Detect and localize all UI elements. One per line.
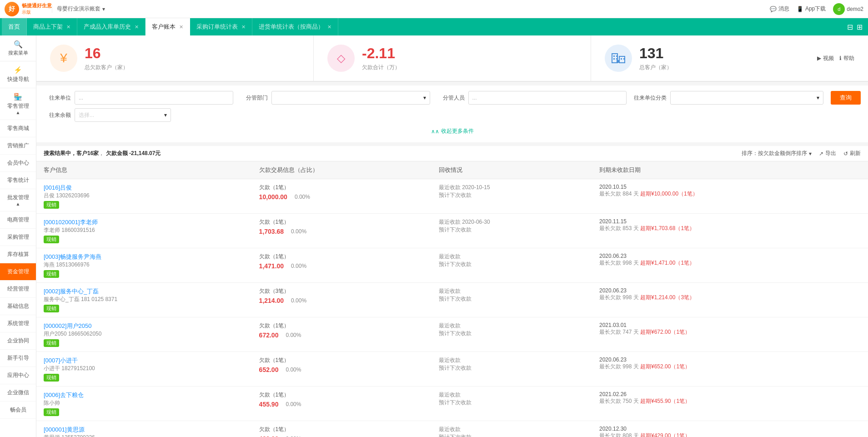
tab-home[interactable]: 首页: [2, 18, 27, 35]
from-unit-input[interactable]: ...: [75, 91, 233, 105]
overdue-link-3[interactable]: 超期¥1,214.00（3笔）: [640, 294, 695, 301]
person-input[interactable]: ...: [468, 91, 627, 105]
stat-info-total-debt: -2.11 欠款合计（万）: [362, 45, 400, 71]
balance-input[interactable]: 选择... ▾: [75, 108, 171, 122]
collapse-icon: ∧∧: [431, 128, 439, 135]
sidebar-item-retail-mall[interactable]: 零售商城: [0, 120, 36, 137]
overdue-link-2[interactable]: 超期¥1,471.00（1笔）: [640, 260, 695, 266]
customer-phone-0: 吕俊 13026203696: [44, 192, 245, 200]
sidebar-item-enterprise-wechat[interactable]: 企业微信: [0, 384, 36, 402]
sidebar-item-purchase[interactable]: 采购管理: [0, 229, 36, 246]
sidebar-item-basic-info[interactable]: 基础信息: [0, 298, 36, 315]
stat-info-debtors: 16 总欠款客户（家）: [85, 45, 128, 71]
sidebar-item-batch-mgmt[interactable]: 批发管理 ▲: [0, 189, 36, 211]
result-info: 搜索结果中，客户16家， 欠款金额 -21,148.07元: [44, 150, 161, 157]
customer-name-1[interactable]: [0001020001]李老师: [44, 219, 98, 226]
recovery-next-5: 预计下次收款: [439, 364, 585, 372]
message-btn[interactable]: 💬 消息: [770, 5, 789, 13]
stat-info-total-customers: 131 总客户（家）: [639, 45, 672, 71]
debt-diamond-icon: ◇: [337, 52, 345, 65]
cell-customer-4: [000002]用户2050 用户2050 18665062050 现销: [36, 317, 252, 352]
query-btn[interactable]: 查询: [831, 91, 861, 105]
tab-home-label: 首页: [8, 23, 20, 31]
sidebar-item-app-center[interactable]: 应用中心: [0, 367, 36, 384]
sort-selector[interactable]: 排序：按欠款金额倒序排序 ▾: [742, 150, 812, 157]
sidebar-item-marketing[interactable]: 营销推广: [0, 137, 36, 155]
customer-name-7[interactable]: [000001]黄思源: [44, 426, 85, 433]
sidebar-item-new-guide[interactable]: 新手引导: [0, 350, 36, 367]
overdue-link-5[interactable]: 超期¥652.00（1笔）: [640, 363, 690, 370]
cell-due-6: 2021.02.26 最长欠款 750 天 超期¥455.90（1笔）: [592, 387, 868, 421]
overdue-link-7[interactable]: 超期¥429.00（1笔）: [640, 432, 690, 437]
cell-due-7: 2020.12.30 最长欠款 808 天 超期¥429.00（1笔）: [592, 421, 868, 437]
app-download-btn[interactable]: 📱 App下载: [797, 5, 826, 13]
customer-name-2[interactable]: [0003]畅捷服务尹海燕: [44, 253, 101, 260]
cell-debt-6: 欠款（1笔） 455.90 0.00%: [252, 387, 431, 421]
overdue-days-1: 最长欠款 853 天 超期¥1,703.68（1笔）: [599, 225, 861, 232]
sidebar-item-enterprise-collab[interactable]: 企业协同: [0, 332, 36, 350]
sidebar-item-inventory[interactable]: 库存核算: [0, 246, 36, 263]
overdue-link-4[interactable]: 超期¥672.00（1笔）: [640, 329, 690, 335]
customer-name-4[interactable]: [000002]用户2050: [44, 322, 92, 329]
store-selector[interactable]: 母婴行业演示账套 ▾: [52, 5, 110, 13]
phone-icon: 📱: [797, 6, 803, 12]
tab-purchase-order-close[interactable]: ✕: [241, 24, 246, 30]
tab-product-shelf[interactable]: 商品上下架 ✕: [27, 18, 77, 35]
sidebar-item-operations[interactable]: 经营管理: [0, 281, 36, 298]
sidebar-search-btn[interactable]: 🔍 搜索菜单: [0, 35, 36, 61]
tab-customer-account-close[interactable]: ✕: [179, 24, 183, 30]
sidebar-item-retail-mgmt[interactable]: 🏪 零售管理 ▲: [0, 88, 36, 120]
cell-customer-2: [0003]畅捷服务尹海燕 海燕 18513066976 现销: [36, 248, 252, 283]
tab-product-history-close[interactable]: ✕: [135, 24, 139, 30]
sidebar-item-retail-stats[interactable]: 零售统计: [0, 172, 36, 189]
tab-inbound-stats-close[interactable]: ✕: [327, 24, 331, 30]
cell-debt-5: 欠款（1笔） 652.00 0.00%: [252, 352, 431, 387]
tab-purchase-order[interactable]: 采购订单统计表 ✕: [190, 18, 252, 35]
unit-category-input[interactable]: ▾: [670, 91, 823, 105]
customer-name-3[interactable]: [0002]服务中心_丁磊: [44, 288, 99, 295]
tab-expand-icon[interactable]: ⊞: [857, 23, 863, 31]
tab-customer-account[interactable]: 客户账本 ✕: [146, 18, 190, 35]
dept-dropdown-icon: ▾: [423, 95, 426, 101]
help-btn[interactable]: ℹ 帮助: [839, 55, 854, 62]
recovery-date-1: 最近收款 2020-06-30: [439, 218, 585, 226]
overdue-link-1[interactable]: 超期¥1,703.68（1笔）: [640, 225, 695, 231]
sidebar-quick-nav[interactable]: ⚡ 快捷导航: [0, 61, 36, 88]
tab-product-shelf-close[interactable]: ✕: [66, 24, 70, 30]
table-row: [0001020001]李老师 李老师 18600391516 现销 欠款（1笔…: [36, 214, 868, 248]
overdue-link-6[interactable]: 超期¥455.90（1笔）: [640, 398, 690, 404]
customer-name-5[interactable]: [0007]小进干: [44, 357, 78, 364]
svg-rect-3: [616, 55, 617, 57]
cell-debt-0: 欠款（1笔） 10,000.00 0.00%: [252, 179, 431, 214]
overdue-days-0: 最长欠款 884 天 超期¥10,000.00（1笔）: [599, 190, 861, 198]
tab-minimize-icon[interactable]: ⊟: [847, 23, 853, 31]
message-icon: 💬: [770, 6, 777, 12]
recovery-date-6: 最近收款: [439, 391, 585, 399]
dept-input[interactable]: ▾: [271, 91, 430, 105]
cell-customer-3: [0002]服务中心_丁磊 服务中心_丁磊 181 0125 8371 现销: [36, 283, 252, 317]
customer-name-0[interactable]: [0016]吕俊: [44, 184, 72, 191]
result-actions: 排序：按欠款金额倒序排序 ▾ ↗ 导出 ↺ 刷新: [742, 150, 861, 157]
refresh-btn[interactable]: ↺ 刷新: [843, 150, 861, 157]
sidebar-item-free-member[interactable]: 畅会员: [0, 402, 36, 419]
sidebar-item-system-mgmt[interactable]: 系统管理: [0, 315, 36, 332]
cell-recovery-4: 最近收款 预计下次收款: [431, 317, 592, 352]
collapse-filters-btn[interactable]: ∧∧ 收起更多条件: [44, 126, 861, 137]
sidebar-item-ecommerce[interactable]: 电商管理: [0, 211, 36, 229]
overdue-link-0[interactable]: 超期¥10,000.00（1笔）: [640, 191, 698, 197]
customer-phone-2: 海燕 18513066976: [44, 261, 245, 269]
tab-product-history[interactable]: 产成品入库单历史 ✕: [77, 18, 146, 35]
filter-balance: 往来余额 选择... ▾: [44, 108, 171, 122]
cell-due-1: 2020.11.15 最长欠款 853 天 超期¥1,703.68（1笔）: [592, 214, 868, 248]
video-btn[interactable]: ▶ 视频: [817, 55, 834, 62]
tab-inbound-stats[interactable]: 进货单统计表（按商品） ✕: [252, 18, 338, 35]
user-avatar-btn[interactable]: d demo2: [833, 3, 863, 15]
sidebar-item-finance[interactable]: 资金管理: [0, 263, 36, 281]
customer-phone-4: 用户2050 18665062050: [44, 330, 245, 338]
filter-person: 分管人员 ...: [437, 91, 627, 105]
customer-name-6[interactable]: [0006]去下粮仓: [44, 392, 84, 398]
logo-icon: 好: [9, 5, 15, 13]
export-btn[interactable]: ↗ 导出: [819, 150, 836, 157]
recovery-next-4: 预计下次收款: [439, 330, 585, 337]
sidebar-item-member-center[interactable]: 会员中心: [0, 155, 36, 172]
